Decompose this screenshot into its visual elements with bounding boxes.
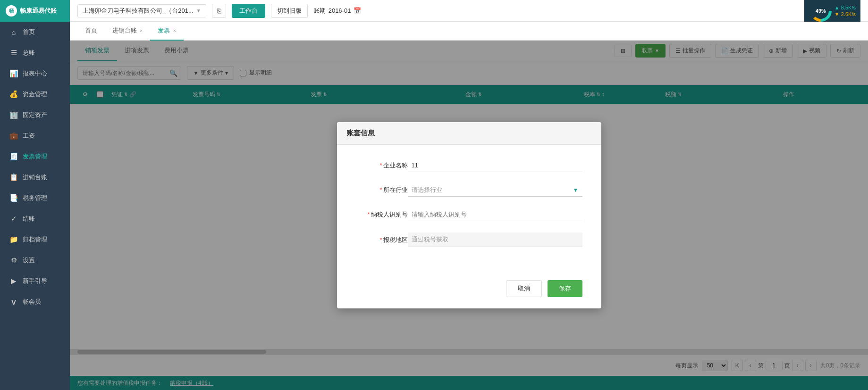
modal-overlay: 账套信息 *企业名称 *所在行业 [70,41,868,390]
select-chevron-icon: ▼ [573,187,579,193]
company-chevron-icon: ▼ [196,8,201,13]
sidebar-nav: ⌂ 首页 ☰ 总账 📊 报表中心 💰 资金管理 🏢 固定资产 💼 工资 🧾 发票… [0,22,70,390]
speed-down: ▼ 2.6K/s [834,11,856,17]
assets-icon: 🏢 [9,111,18,119]
form-row-industry: *所在行业 请选择行业 ▼ [356,183,582,197]
old-version-button[interactable]: 切到旧版 [271,4,308,18]
sidebar-item-archive[interactable]: 📁 归档管理 [0,229,70,250]
modal-title: 账套信息 [337,122,601,145]
tax-icon: 📑 [9,194,18,202]
vip-icon: V [9,298,18,306]
funds-icon: 💰 [9,90,18,99]
reports-icon: 📊 [9,69,18,78]
home-icon: ⌂ [9,28,18,36]
sidebar-item-purchase-sales[interactable]: 📋 进销台账 [0,167,70,188]
sidebar-item-label: 资金管理 [23,90,47,99]
invoice-mgmt-icon: 🧾 [9,152,18,161]
topbar: 上海卯金刀电子科技有限公司_（台201... ▼ ⎘ 工作台 切到旧版 账期 2… [70,0,868,22]
form-row-tax-region: *报税地区 通过税号获取 [356,232,582,247]
calendar-icon: 📅 [354,7,361,14]
sidebar-item-label: 结账 [23,215,35,223]
company-name: 上海卯金刀电子科技有限公司_（台201... [83,7,194,15]
input-tax-id[interactable] [408,208,582,221]
archive-icon: 📁 [9,235,18,244]
label-tax-region: *报税地区 [356,236,408,244]
sidebar-item-home[interactable]: ⌂ 首页 [0,22,70,42]
workbench-button[interactable]: 工作台 [232,4,265,18]
period-value: 2016-01 [329,7,351,14]
speed-percent: 49% [816,8,826,14]
company-selector[interactable]: 上海卯金刀电子科技有限公司_（台201... ▼ [77,4,206,17]
sidebar-item-vip[interactable]: V 畅会员 [0,291,70,312]
tab-purchase-sales-close[interactable]: × [140,28,143,33]
select-industry[interactable]: 请选择行业 [408,183,582,196]
tab-purchase-sales-label: 进销台账 [112,26,137,35]
sidebar-item-label: 畅会员 [23,298,41,306]
topbar-right: 49% ▲ 8.5K/s ▼ 2.6K/s [804,0,860,25]
save-button[interactable]: 保存 [548,280,582,297]
label-company: *企业名称 [356,161,408,170]
tab-home[interactable]: 首页 [77,22,105,41]
tab-invoice-label: 发票 [158,26,170,35]
content-area: 销项发票 进项发票 费用小票 ⊞ 取票 ▼ ☰ [70,41,868,390]
sidebar-item-guide[interactable]: ▶ 新手引导 [0,271,70,291]
sidebar-item-salary[interactable]: 💼 工资 [0,125,70,146]
period-label: 账期 [313,7,326,15]
sidebar-item-label: 税务管理 [23,194,47,202]
guide-icon: ▶ [9,277,18,285]
sidebar-item-settings[interactable]: ⚙ 设置 [0,250,70,271]
sidebar-item-reports[interactable]: 📊 报表中心 [0,63,70,84]
sidebar-item-funds[interactable]: 💰 资金管理 [0,84,70,105]
settlement-icon: ✓ [9,215,18,223]
input-company-name[interactable] [408,159,582,172]
sidebar-item-label: 报表中心 [23,69,47,78]
sidebar-item-tax[interactable]: 📑 税务管理 [0,188,70,208]
sidebar-item-ledger[interactable]: ☰ 总账 [0,42,70,63]
form-row-tax-id: *纳税人识别号 [356,208,582,221]
main-area: 上海卯金刀电子科技有限公司_（台201... ▼ ⎘ 工作台 切到旧版 账期 2… [70,0,868,390]
network-speed: 49% ▲ 8.5K/s ▼ 2.6K/s [804,0,860,25]
tax-region-display: 通过税号获取 [408,232,582,247]
label-tax-id: *纳税人识别号 [356,210,408,219]
speed-up: ▲ 8.5K/s [834,5,856,10]
sidebar-item-label: 工资 [23,132,35,140]
logo-icon: 畅 [6,5,17,17]
sidebar: 畅 畅康通易代账 ⌂ 首页 ☰ 总账 📊 报表中心 💰 资金管理 🏢 固定资产 … [0,0,70,390]
salary-icon: 💼 [9,132,18,140]
sidebar-item-label: 进销台账 [23,173,47,182]
sidebar-item-label: 设置 [23,256,35,265]
form-row-company: *企业名称 [356,159,582,172]
cancel-button[interactable]: 取消 [506,280,542,297]
modal-footer: 取消 保存 [337,273,601,308]
purchase-sales-icon: 📋 [9,173,18,182]
copy-button[interactable]: ⎘ [212,4,226,18]
sidebar-logo: 畅 畅康通易代账 [0,0,70,22]
sidebar-item-label: 发票管理 [23,152,47,161]
sidebar-item-label: 总账 [23,49,35,57]
sidebar-item-label: 归档管理 [23,235,47,244]
sidebar-item-label: 首页 [23,28,35,36]
settings-icon: ⚙ [9,256,18,265]
sidebar-item-label: 新手引导 [23,277,47,285]
select-industry-wrap: 请选择行业 ▼ [408,183,582,197]
modal-account-info: 账套信息 *企业名称 *所在行业 [337,122,601,308]
label-industry: *所在行业 [356,186,408,194]
sidebar-item-assets[interactable]: 🏢 固定资产 [0,105,70,125]
tab-purchase-sales[interactable]: 进销台账 × [105,22,150,41]
sidebar-item-settlement[interactable]: ✓ 结账 [0,208,70,229]
sidebar-item-label: 固定资产 [23,111,47,119]
copy-icon: ⎘ [217,7,221,15]
app-title: 畅康通易代账 [20,7,57,15]
tab-invoice-close[interactable]: × [173,28,176,33]
nav-tabs: 首页 进销台账 × 发票 × [70,22,868,41]
period-info: 账期 2016-01 📅 [313,7,362,15]
ledger-icon: ☰ [9,49,18,57]
modal-body: *企业名称 *所在行业 请选择行业 ▼ [337,145,601,273]
tab-home-label: 首页 [85,26,97,35]
tab-invoice[interactable]: 发票 × [150,22,183,41]
sidebar-item-invoice-mgmt[interactable]: 🧾 发票管理 [0,146,70,167]
